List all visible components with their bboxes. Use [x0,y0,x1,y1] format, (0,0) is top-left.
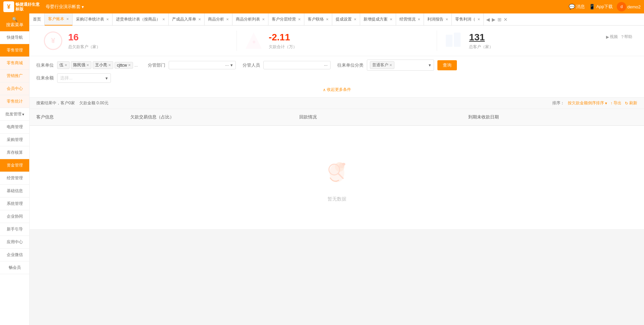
sidebar-item-inventory-check[interactable]: 库存核算 [0,146,29,159]
stat-card-3: 131 总客户（家） ▶ 视频 ? 帮助 [437,31,637,51]
account-selector[interactable]: 母婴行业演示帐套 ▾ [43,4,87,10]
unit-type-tag-close[interactable]: ✕ [389,63,392,67]
unit-tag-1[interactable]: 陈民强 ✕ [71,61,91,69]
sidebar-item-marketing[interactable]: 营销推广 [0,70,29,82]
unit-filter-tags: 伍 ✕ 陈民强 ✕ 王小亮 ✕ [57,61,138,69]
sidebar-item-system-mgmt[interactable]: 系统管理 [0,197,29,210]
video-help-btn[interactable]: ▶ 视频 [606,34,618,40]
tab-profit-report[interactable]: 利润报告 ✕ [424,13,452,26]
tab-customer-contact[interactable]: 客户联络 ✕ [304,13,332,26]
main-layout: 🔍 搜索菜单 快捷导航 零售管理 零售商城 营销推广 会员中心 零售统计 [0,13,644,325]
sidebar-item-app-center[interactable]: 应用中心 [0,236,29,249]
tab-close-purchase-order-stats[interactable]: ✕ [106,17,109,21]
balance-select[interactable]: 选择... ▾ [57,73,111,83]
tab-goods-analysis-list[interactable]: 商品分析列表 ✕ [232,13,268,26]
stat-info-2: -2.11 欠款合计（万） [269,32,297,50]
tab-close-goods-analysis[interactable]: ✕ [226,17,229,21]
unit-tag-close-3[interactable]: ✕ [128,63,131,67]
stat-icon-3 [444,31,464,51]
unit-tag-0[interactable]: 伍 ✕ [57,61,70,69]
export-btn[interactable]: ↑ 导出 [610,100,621,106]
tab-close-customer-layer[interactable]: ✕ [298,17,301,21]
sidebar-item-member-center[interactable]: 会员中心 [0,82,29,95]
app-download-btn[interactable]: 📱 App下载 [589,4,613,10]
help-btn[interactable]: ? 帮助 [621,34,632,40]
tab-close-new-promotion[interactable]: ✕ [390,17,392,21]
sidebar-item-retail-stats[interactable]: 零售统计 [0,95,29,108]
tab-next-btn[interactable]: ▶ [491,17,497,22]
sidebar-item-enterprise-wechat[interactable]: 企业微信 [0,249,29,261]
tab-home[interactable]: 首页 [30,13,45,26]
unit-tag-close-1[interactable]: ✕ [86,63,89,67]
sidebar: 🔍 搜索菜单 快捷导航 零售管理 零售商城 营销推广 会员中心 零售统计 [0,13,30,325]
filter-area: 往来单位 伍 ✕ 陈民强 ✕ 王小亮 [30,56,644,98]
sidebar-item-capital-mgmt[interactable]: 资金管理 [0,159,29,172]
sidebar-item-new-guide[interactable]: 新手引导 [0,223,29,236]
video-icon: ▶ [606,35,609,39]
sidebar-item-ecommerce-mgmt[interactable]: 电商管理 [0,121,29,134]
sidebar-item-quick-nav[interactable]: 快捷导航 [0,31,29,44]
tab-close-retail-profit[interactable]: ✕ [477,17,480,21]
sidebar-item-operation-mgmt[interactable]: 经营管理 [0,172,29,185]
tab-close-product-in[interactable]: ✕ [198,17,201,21]
empty-state: 暂无数据 [30,126,644,229]
tab-goods-analysis[interactable]: 商品分析 ✕ [205,13,232,26]
sidebar-item-wholesale-mgmt[interactable]: 批发管理 ▾ [0,108,29,121]
empty-icon [320,153,354,193]
tab-new-promotion[interactable]: 新增提成方案 ✕ [360,13,396,26]
refresh-btn[interactable]: ↻ 刷新 [625,100,637,106]
app-container: ¥ 畅捷通好生意 标版 母婴行业演示帐套 ▾ 💬 消息 📱 App下载 [0,0,644,325]
unit-tag-2[interactable]: 王小亮 ✕ [93,61,113,69]
sidebar-search[interactable]: 🔍 搜索菜单 [0,13,29,31]
top-nav: 母婴行业演示帐套 ▾ [40,4,569,10]
stats-row: ¥ 16 总欠款客户（家） ✦ [30,26,644,56]
unit-type-select[interactable]: 普通客户 ✕ ▾ [367,60,434,71]
person-select[interactable]: ··· [263,61,331,69]
tab-close-all-btn[interactable]: ✕ [503,17,509,22]
sidebar-item-enterprise-coop[interactable]: 企业协同 [0,210,29,223]
tab-close-profit-report[interactable]: ✕ [445,17,448,21]
tab-expand-btn[interactable]: ⊞ [497,17,503,22]
tab-business-overview[interactable]: 经营情况 ✕ [396,13,424,26]
tab-retail-profit[interactable]: 零售利润（ ✕ [452,13,484,26]
tab-close-customer-contact[interactable]: ✕ [326,17,329,21]
person-select-dots: ··· [324,63,328,68]
sidebar-item-basic-info[interactable]: 基础信息 [0,185,29,197]
unit-tag-3[interactable]: cjttcw ✕ [115,62,133,69]
user-avatar[interactable]: d demo2 [617,2,641,11]
sidebar-item-retail-mall[interactable]: 零售商城 [0,57,29,70]
tab-close-instock-stats[interactable]: ✕ [162,17,165,21]
sort-arrow-icon: ▾ [605,101,607,106]
message-btn[interactable]: 💬 消息 [569,4,585,10]
help-icon: ? [621,35,624,39]
tab-close-goods-analysis-list[interactable]: ✕ [262,17,265,21]
unit-type-tag[interactable]: 普通客户 ✕ [370,61,394,69]
unit-tag-close-0[interactable]: ✕ [65,63,67,67]
tab-close-business-overview[interactable]: ✕ [418,17,420,21]
stat-value-1: 16 [68,32,100,43]
dept-select[interactable]: ··· ▾ [169,61,236,69]
tab-close-promotion-settings[interactable]: ✕ [354,17,356,21]
table-header: 客户信息 欠款交易信息（占比） 回款情况 到期未收款日期 [30,109,644,126]
stat-card-1: ¥ 16 总欠款客户（家） [36,31,237,51]
tab-customer-layer[interactable]: 客户分层经营 ✕ [268,13,304,26]
sidebar-item-purchase-mgmt[interactable]: 采购管理 [0,134,29,146]
tab-prev-btn[interactable]: ◀ [485,17,491,22]
tab-instock-stats[interactable]: 进货单统计表（按商品） ✕ [113,13,169,26]
tab-close-customer-account[interactable]: ✕ [66,17,69,21]
results-actions: 排序： 按欠款金额倒序排序 ▾ ↑ 导出 ↻ 刷新 [552,100,637,106]
tab-customer-account[interactable]: 客户账本 ✕ [45,13,73,26]
sort-select[interactable]: 按欠款金额倒序排序 ▾ [568,100,607,106]
sidebar-item-retail-mgmt[interactable]: 零售管理 [0,44,29,57]
svg-rect-3 [446,35,453,47]
tab-product-in[interactable]: 产成品入库单 ✕ [169,13,205,26]
query-button[interactable]: 查询 [437,60,457,70]
unit-tag-close-2[interactable]: ✕ [108,63,111,67]
tab-promotion-settings[interactable]: 提成设置 ✕ [332,13,360,26]
tab-purchase-order-stats[interactable]: 采购订单统计表 ✕ [73,13,113,26]
collapse-button[interactable]: ∧ 收起更多条件 [321,85,352,94]
stat-value-2: -2.11 [269,32,297,43]
col-debt-info: 欠款交易信息（占比） [130,112,299,122]
sidebar-item-vip-member[interactable]: 畅会员 [0,261,29,274]
unit-tags-more[interactable]: ... [134,63,138,68]
